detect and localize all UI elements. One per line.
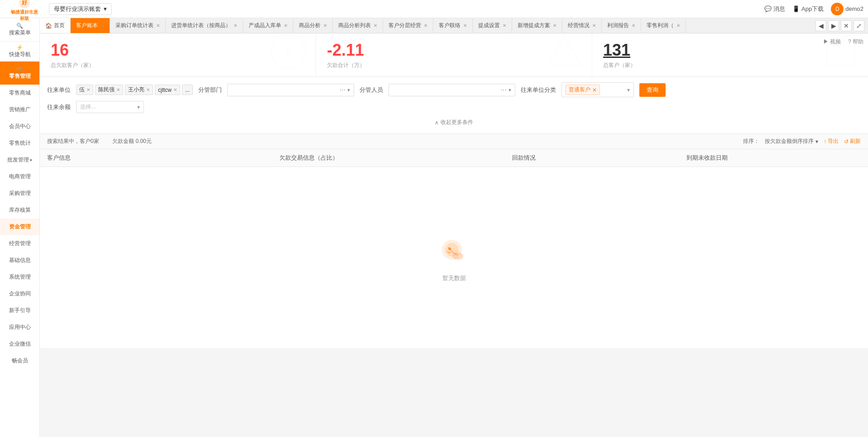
sidebar-item-retail-mgmt[interactable]: 🛒 零售管理 xyxy=(0,62,39,85)
tab-close-purchase-stats[interactable]: ✕ xyxy=(234,23,237,28)
tab-close-customer-capital[interactable]: ✕ xyxy=(101,23,104,28)
app-download-label: App下载 xyxy=(801,5,824,13)
query-button[interactable]: 查询 xyxy=(639,83,666,97)
help-label: 帮助 xyxy=(853,38,863,45)
empty-state: 暂无数据 xyxy=(436,205,472,309)
sidebar-item-member[interactable]: 会员中心 xyxy=(0,118,39,135)
tab-prev-btn[interactable]: ◀ xyxy=(815,20,826,31)
sidebar-item-basic-info[interactable]: 基础信息 xyxy=(0,252,39,269)
collapse-btn[interactable]: ∧ 收起更多条件 xyxy=(47,117,861,128)
sidebar-item-purchase[interactable]: 采购管理 xyxy=(0,185,39,202)
tab-close-suggest-settings[interactable]: ✕ xyxy=(503,23,506,28)
sort-select[interactable]: 按欠款金额倒序排序 ▾ xyxy=(765,138,818,145)
sidebar-item-enterprise[interactable]: 企业协同 xyxy=(0,285,39,302)
filter-tag-wu-remove[interactable]: ✕ xyxy=(86,87,90,92)
filter-manager-select[interactable]: ··· ▾ xyxy=(388,84,515,96)
tab-close-profit-report[interactable]: ✕ xyxy=(632,23,635,28)
tab-close-customer-segment[interactable]: ✕ xyxy=(424,23,427,28)
col-due-date: 到期未收款日期 xyxy=(686,154,861,162)
stats-row: ¥ 16 总欠款客户（家） ✕ -2.11 xyxy=(40,33,868,77)
tab-fullscreen-btn[interactable]: ⤢ xyxy=(854,20,864,31)
tab-retail-profit[interactable]: 零售利润（ ✕ xyxy=(641,18,686,33)
svg-text:✕: ✕ xyxy=(561,48,569,59)
tab-close-all-btn[interactable]: ✕ xyxy=(841,20,852,31)
tab-close-cost-in[interactable]: ✕ xyxy=(284,23,288,28)
sidebar-item-ecommerce[interactable]: 电商管理 xyxy=(0,168,39,185)
export-btn[interactable]: ↑ 导出 xyxy=(824,138,839,145)
sidebar-item-newbie[interactable]: 新手引导 xyxy=(0,302,39,319)
tab-close-goods-analysis-list[interactable]: ✕ xyxy=(374,23,377,28)
search-icon: 🔍 xyxy=(16,23,23,29)
sidebar-item-finance[interactable]: 资金管理 xyxy=(0,218,39,235)
sidebar-retail-stats-label: 零售统计 xyxy=(4,139,36,147)
filter-remainder-select[interactable]: 选择... ▾ xyxy=(76,101,144,113)
store-selector[interactable]: 母婴行业演示账套 ▾ xyxy=(49,3,112,15)
sidebar-purchase-label: 采购管理 xyxy=(4,190,36,197)
classify-tag: 普通客户 ✕ xyxy=(566,85,600,95)
app-download-btn[interactable]: 📱 App下载 xyxy=(792,5,824,13)
stat-label-total: 总客户（家） xyxy=(603,62,857,69)
sidebar-item-wechat[interactable]: 企业微信 xyxy=(0,336,39,352)
tab-close-goods-analysis[interactable]: ✕ xyxy=(323,23,327,28)
tab-goods-analysis[interactable]: 商品分析 ✕ xyxy=(293,18,333,33)
tab-biz-status[interactable]: 经营情况 ✕ xyxy=(562,18,602,33)
tab-customer-segment[interactable]: 客户分层经营 ✕ xyxy=(383,18,433,33)
filter-tag-more[interactable]: ... xyxy=(182,85,193,95)
sidebar-item-marketing[interactable]: 营销推广 xyxy=(0,101,39,118)
sidebar-marketing-label: 营销推广 xyxy=(4,106,36,114)
help-btn[interactable]: ? 帮助 xyxy=(848,38,863,46)
avatar: D xyxy=(831,3,844,15)
tab-close-purchase-order[interactable]: ✕ xyxy=(156,23,160,28)
content-area: 🏠 首页 客户账本 ✕ 采购订单统计表 ✕ 进货单统计表（按商品） ✕ 产成品入… xyxy=(40,18,868,437)
filter-tag-cjttcw: cjttcw ✕ xyxy=(155,85,180,95)
tab-close-new-suggest[interactable]: ✕ xyxy=(553,23,556,28)
tab-profit-report[interactable]: 利润报告 ✕ xyxy=(602,18,641,33)
tab-new-suggest[interactable]: 新增提成方案 ✕ xyxy=(512,18,562,33)
tab-purchase-stats-label: 进货单统计表（按商品） xyxy=(171,22,231,29)
sidebar-item-retail-mall[interactable]: 零售商城 xyxy=(0,85,39,101)
tab-close-biz-status[interactable]: ✕ xyxy=(592,23,596,28)
filter-tag-wang-remove[interactable]: ✕ xyxy=(146,87,150,92)
classify-tag-remove[interactable]: ✕ xyxy=(592,87,597,93)
filter-dept-select[interactable]: ··· ▾ xyxy=(227,84,354,96)
filter-tag-chen-remove[interactable]: ✕ xyxy=(116,87,120,92)
sidebar-item-sys-mgmt[interactable]: 系统管理 xyxy=(0,269,39,285)
table-body: 暂无数据 xyxy=(40,167,868,348)
sidebar-item-inventory[interactable]: 库存核算 xyxy=(0,202,39,218)
filter-tag-wu: 伍 ✕ xyxy=(76,85,93,95)
sidebar-item-wholesale[interactable]: 批发管理 ▾ xyxy=(0,152,39,168)
tab-suggest-settings[interactable]: 提成设置 ✕ xyxy=(473,18,512,33)
message-icon: 💬 xyxy=(764,5,772,12)
message-label: 消息 xyxy=(773,5,785,13)
sidebar-retail-mall-label: 零售商城 xyxy=(4,89,36,97)
sidebar-item-retail-stats[interactable]: 零售统计 xyxy=(0,135,39,152)
tab-close-customer-contact[interactable]: ✕ xyxy=(463,23,467,28)
sidebar-item-operations[interactable]: 经营管理 xyxy=(0,235,39,252)
collapse-label: 收起更多条件 xyxy=(441,119,473,126)
tab-purchase-stats[interactable]: 进货单统计表（按商品） ✕ xyxy=(166,18,243,33)
tab-goods-analysis-list[interactable]: 商品分析列表 ✕ xyxy=(333,18,383,33)
tab-close-retail-profit[interactable]: ✕ xyxy=(676,23,680,28)
tab-purchase-order[interactable]: 采购订单统计表 ✕ xyxy=(110,18,166,33)
filter-tag-cjttcw-remove[interactable]: ✕ xyxy=(173,87,177,92)
tab-next-btn[interactable]: ▶ xyxy=(828,20,839,31)
message-btn[interactable]: 💬 消息 xyxy=(764,5,785,13)
filter-classify-select[interactable]: 普通客户 ✕ ▾ xyxy=(561,82,634,97)
tab-suggest-settings-label: 提成设置 xyxy=(478,22,500,29)
tab-customer-contact[interactable]: 客户联络 ✕ xyxy=(433,18,473,33)
sidebar-ecommerce-label: 电商管理 xyxy=(4,173,36,180)
refresh-btn[interactable]: ↺ 刷新 xyxy=(844,138,861,145)
user-area[interactable]: D demo2 xyxy=(831,3,863,15)
sidebar-search[interactable]: 🔍 搜索菜单 xyxy=(0,18,39,42)
sidebar-quick-nav[interactable]: ⚡ 快捷导航 xyxy=(0,42,39,62)
sidebar-item-app-center[interactable]: 应用中心 xyxy=(0,319,39,336)
tab-cost-in[interactable]: 产成品入库单 ✕ xyxy=(243,18,293,33)
video-btn[interactable]: ▶ 视频 xyxy=(823,38,841,46)
filter-area: 往来单位 伍 ✕ 陈民强 ✕ 王小亮 ✕ xyxy=(40,77,868,134)
sidebar-item-vip[interactable]: 畅会员 xyxy=(0,352,39,369)
chevron-down-icon: ▾ xyxy=(104,5,107,12)
tab-customer-capital[interactable]: 客户账本 ✕ xyxy=(71,18,110,33)
tab-home[interactable]: 🏠 首页 xyxy=(40,18,71,33)
filter-tag-chen-label: 陈民强 xyxy=(98,86,115,94)
chevron-up-icon: ∧ xyxy=(435,119,439,126)
